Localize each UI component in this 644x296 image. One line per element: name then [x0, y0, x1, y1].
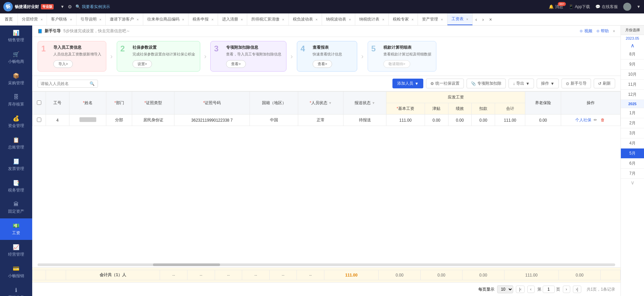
tab-nabo[interactable]: 纳税波动表 ×	[322, 13, 355, 25]
sidebar-item-inventory[interactable]: 🗄 库存核算	[0, 90, 32, 111]
tab-close-icon[interactable]: ×	[70, 17, 72, 22]
sidebar-item-management[interactable]: 📈 经营管理	[0, 240, 32, 261]
tab-prev-btn[interactable]: ‹	[473, 13, 480, 25]
month-item-11[interactable]: 11月	[621, 80, 644, 90]
tab-close-icon[interactable]: ×	[282, 17, 284, 22]
add-person-button[interactable]: 添加人员 ▼	[392, 79, 423, 88]
tab-suode[interactable]: 所得税汇算清缴 ×	[247, 13, 288, 25]
tab-shuifu[interactable]: 税负波动表 ×	[289, 13, 322, 25]
tab-kehu[interactable]: 客户联络 ×	[47, 13, 76, 25]
sidebar-item-fixed-assets[interactable]: 🏛 固定资产	[0, 197, 32, 218]
tab-goods-code[interactable]: 往来单位商品编码 ×	[143, 13, 189, 25]
month-item-6[interactable]: 6月	[621, 159, 644, 169]
tab-close-icon[interactable]: ×	[137, 17, 139, 22]
action-button[interactable]: 操作 ▼	[537, 79, 559, 88]
tab-fen-ceng[interactable]: 分层经营 ×	[18, 13, 47, 25]
guide-close-icon[interactable]: ×	[613, 29, 615, 34]
month-item-12[interactable]: 12月	[621, 90, 644, 100]
month-item-10[interactable]: 10月	[621, 70, 644, 80]
tab-close-icon[interactable]: ×	[99, 17, 101, 22]
sidebar-item-purchase[interactable]: 📦 采购管理	[0, 69, 32, 90]
next-page-btn[interactable]: ›	[563, 286, 570, 293]
company-dropdown[interactable]: ▼	[60, 4, 64, 9]
tab-close-icon[interactable]: ×	[316, 17, 318, 22]
row-checkbox[interactable]	[33, 115, 46, 126]
tab-close-icon[interactable]: ×	[182, 17, 184, 22]
sidebar-item-expense[interactable]: 💳 小畅报销	[0, 261, 32, 283]
tab-close-icon[interactable]: ×	[211, 17, 213, 22]
tab-close-icon[interactable]: ×	[349, 17, 351, 22]
notification-button[interactable]: 🔔 消息 99+	[549, 4, 563, 10]
month-item-8[interactable]: 8月	[621, 49, 644, 59]
month-item-1[interactable]: 1月	[621, 108, 644, 118]
step-btn-3[interactable]: 查看>	[226, 60, 246, 68]
sidebar-item-sales[interactable]: 📊 销售管理	[0, 26, 32, 47]
tab-close-icon[interactable]: ×	[412, 17, 414, 22]
month-item-2[interactable]: 2月	[621, 118, 644, 128]
tab-home[interactable]: 首页	[0, 13, 18, 25]
month-item-7[interactable]: 7月	[621, 169, 644, 179]
last-page-btn[interactable]: ›|	[573, 286, 581, 293]
tab-tax-report[interactable]: 税务申报 ×	[189, 13, 218, 25]
edit-icon[interactable]: ✏	[594, 118, 597, 122]
tab-shuijian[interactable]: 税检专家 ×	[389, 13, 418, 25]
prev-page-btn[interactable]: ‹	[527, 286, 535, 293]
month-item-9[interactable]: 9月	[621, 59, 644, 70]
tab-close-icon[interactable]: ×	[41, 17, 43, 22]
sidebar-item-wage[interactable]: 💵 工资	[0, 218, 32, 240]
tab-close-all-btn[interactable]: ×	[486, 13, 494, 25]
sidebar-item-tax[interactable]: 📑 税务管理	[0, 176, 32, 197]
search-wrap[interactable]: 🔍	[38, 80, 98, 88]
tab-assets[interactable]: 资产管理 ×	[418, 13, 447, 25]
tab-wage[interactable]: 工资表 ×	[447, 13, 473, 25]
tab-natong[interactable]: 纳税统计表 ×	[355, 13, 388, 25]
sidebar-item-invoice[interactable]: 🧾 发票管理	[0, 154, 32, 176]
user-menu[interactable]: ▼	[637, 4, 641, 9]
sidebar-item-basic-info[interactable]: ℹ 基础信息	[0, 283, 32, 296]
sidebar-item-ledger[interactable]: 📋 总账管理	[0, 133, 32, 154]
scrollbar-thumb[interactable]	[153, 263, 220, 266]
select-all-checkbox[interactable]	[37, 100, 41, 105]
sidebar-item-ecommerce[interactable]: 🛒 小畅电商	[0, 47, 32, 69]
delete-icon[interactable]: 🗑	[601, 118, 605, 122]
sidebar-item-finance[interactable]: 💰 资金管理	[0, 111, 32, 133]
step-btn-2[interactable]: 设置>	[132, 60, 152, 68]
personal-social-security-link[interactable]: 个人社保	[575, 118, 591, 122]
online-service-button[interactable]: 💬 在线客服	[595, 4, 618, 10]
tab-close-icon[interactable]: ×	[241, 17, 243, 22]
month-item-4[interactable]: 4月	[621, 138, 644, 149]
step-btn-4[interactable]: 查看>	[313, 60, 332, 68]
special-allowance-button[interactable]: 📎 专项附加扣除	[467, 79, 506, 88]
tab-next-btn[interactable]: ›	[480, 13, 487, 25]
per-page-select[interactable]: 10	[497, 285, 513, 293]
search-input[interactable]	[41, 81, 88, 86]
user-avatar[interactable]	[623, 3, 631, 11]
search-icon[interactable]: 🔍	[90, 81, 95, 86]
refresh-button[interactable]: ↺ 刷新	[594, 79, 615, 88]
step-btn-1[interactable]: 导入>	[53, 60, 73, 68]
first-page-btn[interactable]: |‹	[516, 286, 524, 293]
tab-close-active-icon[interactable]: ×	[466, 17, 468, 21]
horizontal-scrollbar[interactable]	[38, 263, 615, 266]
unified-social-security-button[interactable]: ⚙ 统一社保设置	[426, 79, 464, 88]
tab-close-icon[interactable]: ×	[441, 17, 443, 22]
month-item-3[interactable]: 3月	[621, 128, 644, 138]
gear-icon[interactable]: ⚙	[68, 4, 72, 9]
video-link[interactable]: ⊙ 视频	[580, 28, 592, 34]
tab-qingce[interactable]: 进入清册 ×	[218, 13, 247, 25]
month-year[interactable]: 2023.05	[625, 35, 641, 42]
tab-invite[interactable]: 邀请下游客户 ×	[106, 13, 143, 25]
newbie-guide-button[interactable]: ⊙ 新手引导	[561, 79, 591, 88]
tab-close-icon[interactable]: ×	[382, 17, 384, 22]
demo-link[interactable]: 🔍 我要看实例演示	[75, 4, 110, 10]
month-down-nav[interactable]: ∨	[631, 179, 635, 186]
help-link[interactable]: ⊙ 帮助	[596, 28, 609, 34]
app-download-button[interactable]: 📱 App下载	[569, 4, 590, 10]
page-input[interactable]	[543, 286, 555, 293]
export-button[interactable]: ↓ 导出 ▼	[508, 79, 534, 88]
step-btn-5[interactable]: 敬请期待>	[383, 60, 410, 68]
month-up-nav[interactable]: ∧	[631, 42, 635, 49]
month-item-5[interactable]: 5月	[621, 149, 644, 159]
row-select-checkbox[interactable]	[37, 118, 41, 122]
tab-yindao[interactable]: 引导说明 ×	[76, 13, 106, 25]
